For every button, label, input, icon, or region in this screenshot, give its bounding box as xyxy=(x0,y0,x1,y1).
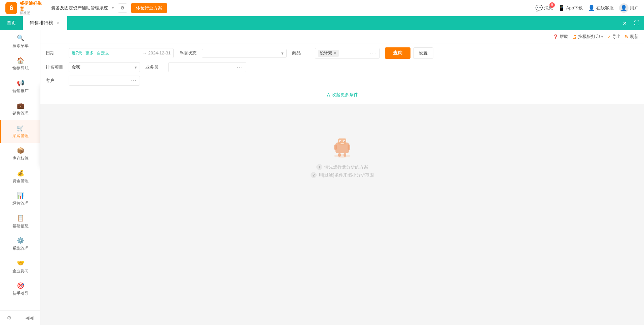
filter-area: 日期 近7天 更多 自定义 ～ 2024-12-31 单据状态 ▾ xyxy=(40,43,644,105)
export-label: 导出 xyxy=(612,34,621,40)
filter-row-1: 日期 近7天 更多 自定义 ～ 2024-12-31 单据状态 ▾ xyxy=(46,47,639,59)
logo-area: 6 畅捷通好生意 标准版 xyxy=(5,1,46,15)
refresh-btn[interactable]: ↻ 刷新 xyxy=(625,34,639,40)
export-icon: ↗ xyxy=(607,34,611,39)
salesperson-filter-label: 业务员 xyxy=(145,64,166,70)
svg-rect-8 xyxy=(334,145,337,150)
customer-filter-input[interactable]: ··· xyxy=(69,76,140,86)
collapse-label: 收起更多条件 xyxy=(332,92,358,98)
query-btn[interactable]: 查询 xyxy=(385,47,410,59)
help-btn[interactable]: ❓ 帮助 xyxy=(553,34,568,40)
salesperson-more-icon[interactable]: ··· xyxy=(237,64,243,70)
sidebar-item-system[interactable]: ⚙️ 系统管理 xyxy=(0,233,40,255)
status-filter-group: 单据状态 ▾ xyxy=(179,49,287,58)
customer-filter-group: 客户 ··· xyxy=(46,76,140,86)
sidebar-item-search[interactable]: 🔍 搜索菜单 xyxy=(0,30,40,53)
rank-arrow-icon: ▾ xyxy=(135,65,137,70)
content-area: ❓ 帮助 🖨 按模板打印 ▾ ↗ 导出 ↻ 刷新 日期 xyxy=(40,30,644,325)
rank-filter-label: 排名项目 xyxy=(46,64,66,70)
rank-filter-group: 排名项目 金额 ▾ xyxy=(46,62,140,72)
salesperson-filter-input[interactable]: ··· xyxy=(168,62,246,72)
tab-sales-ranking-label: 销售排行榜 xyxy=(30,20,53,26)
filter-row-3: 客户 ··· xyxy=(46,76,639,86)
message-btn[interactable]: 💬 9 消息 xyxy=(535,4,553,12)
customer-more-icon[interactable]: ··· xyxy=(131,78,137,84)
date-options: 近7天 更多 自定义 xyxy=(72,50,109,56)
sidebar-label-sales: 销售管理 xyxy=(12,111,29,116)
sidebar-item-basic[interactable]: 📋 基础信息 xyxy=(0,210,40,233)
goods-filter-input[interactable]: 设计素 ✕ ··· xyxy=(315,48,380,59)
sidebar-label-system: 系统管理 xyxy=(12,246,29,251)
status-filter-input[interactable]: ▾ xyxy=(202,49,287,58)
status-arrow-icon: ▾ xyxy=(281,51,284,56)
tab-bar: 首页 销售排行榜 ✕ ✕ ⛶ xyxy=(0,16,644,30)
svg-point-6 xyxy=(344,141,345,142)
header-nav: 装备及固定资产辅助管理系统 ▾ ⚙ 体验行业方案 xyxy=(46,3,535,13)
goods-filter-more-icon[interactable]: ··· xyxy=(370,50,377,56)
top-header: 6 畅捷通好生意 标准版 装备及固定资产辅助管理系统 ▾ ⚙ 体验行业方案 💬 … xyxy=(0,0,644,16)
content-toolbar: ❓ 帮助 🖨 按模板打印 ▾ ↗ 导出 ↻ 刷新 xyxy=(40,30,644,43)
online-service-btn[interactable]: 👤 在线客服 xyxy=(588,5,614,11)
status-filter-label: 单据状态 xyxy=(179,50,199,56)
refresh-label: 刷新 xyxy=(630,34,639,40)
rank-filter-input[interactable]: 金额 ▾ xyxy=(69,62,140,72)
empty-illustration xyxy=(329,132,356,159)
user-label: 用户 xyxy=(630,5,639,11)
print-btn[interactable]: 🖨 按模板打印 ▾ xyxy=(572,34,603,40)
tab-close-all-icon[interactable]: ✕ xyxy=(620,18,629,28)
goods-filter-label: 商品 xyxy=(292,50,312,56)
svg-rect-11 xyxy=(344,153,346,157)
date-filter-input[interactable]: 近7天 更多 自定义 ～ 2024-12-31 xyxy=(69,48,174,58)
settings-btn[interactable]: 设置 xyxy=(413,47,433,59)
svg-rect-7 xyxy=(341,143,344,144)
trial-btn[interactable]: 体验行业方案 xyxy=(131,3,167,13)
sidebar-label-guide: 新手引导 xyxy=(12,291,29,296)
sidebar-label-enterprise: 企业协同 xyxy=(12,268,29,274)
customer-filter-label: 客户 xyxy=(46,78,66,84)
tab-sales-ranking[interactable]: 销售排行榜 ✕ xyxy=(23,16,67,30)
date-arrow-icon: ～ 2024-12-31 xyxy=(143,50,171,56)
sidebar-settings-btn[interactable]: ⚙ xyxy=(4,313,14,322)
sidebar-item-guide[interactable]: 🎯 新手引导 xyxy=(0,278,40,300)
export-btn[interactable]: ↗ 导出 xyxy=(607,34,621,40)
message-badge: 9 xyxy=(549,2,555,8)
app-download-btn[interactable]: 📱 App下载 xyxy=(558,5,583,11)
goods-tag-close-icon[interactable]: ✕ xyxy=(333,51,337,55)
main-layout: 🔍 搜索菜单 🏠 快捷导航 📢 营销推广 💼 销售管理 🛒 采购管理 📦 库存核… xyxy=(0,30,644,325)
sidebar-label-inventory: 库存核算 xyxy=(12,156,29,161)
brand-main: 畅捷通好生意 xyxy=(20,1,46,11)
header-right: 💬 9 消息 📱 App下载 👤 在线客服 👤 用户 xyxy=(535,3,639,13)
action-buttons: 查询 设置 xyxy=(385,47,433,59)
user-btn[interactable]: 👤 用户 xyxy=(619,3,639,13)
collapse-icon: ⋀ xyxy=(327,92,330,97)
system-icon: ⚙️ xyxy=(17,237,24,244)
refresh-icon: ↻ xyxy=(625,34,629,39)
sidebar-collapse-btn[interactable]: ◀◀ xyxy=(23,313,36,322)
tab-bar-actions: ✕ ⛶ xyxy=(620,18,644,28)
sidebar-item-quick-nav[interactable]: 🏠 快捷导航 xyxy=(0,53,40,75)
tab-close-icon[interactable]: ✕ xyxy=(55,21,61,26)
settings-icon[interactable]: ⚙ xyxy=(118,3,127,13)
goods-filter-tag: 设计素 ✕ xyxy=(318,50,339,57)
system-title-arrow[interactable]: ▾ xyxy=(112,6,114,10)
sidebar-item-marketing[interactable]: 📢 营销推广 xyxy=(0,75,40,98)
operations-icon: 📊 xyxy=(17,192,24,199)
sidebar-item-inventory[interactable]: 📦 库存核算 xyxy=(0,143,40,165)
sidebar-label-operations: 经营管理 xyxy=(12,201,29,206)
sidebar-item-sales[interactable]: 💼 销售管理 xyxy=(0,98,40,120)
date-filter-label: 日期 xyxy=(46,50,66,56)
guide-icon: 🎯 xyxy=(17,282,24,289)
sidebar-item-enterprise[interactable]: 🤝 企业协同 xyxy=(0,255,40,278)
sidebar-item-operations[interactable]: 📊 经营管理 xyxy=(0,188,40,210)
tab-home[interactable]: 首页 xyxy=(0,16,23,30)
sidebar-item-finance[interactable]: 💰 资金管理 xyxy=(0,165,40,188)
system-title: 装备及固定资产辅助管理系统 xyxy=(51,5,108,11)
tab-expand-icon[interactable]: ⛶ xyxy=(632,18,641,28)
collapse-btn[interactable]: ⋀ 收起更多条件 xyxy=(46,89,639,100)
rank-value: 金额 xyxy=(72,64,80,70)
sidebar-label-search: 搜索菜单 xyxy=(12,43,29,49)
logo-text: 畅捷通好生意 标准版 xyxy=(20,1,46,15)
sidebar-label-purchase: 采购管理 xyxy=(12,133,29,139)
home-icon: 🏠 xyxy=(17,57,24,64)
sidebar-item-purchase[interactable]: 🛒 采购管理 xyxy=(0,120,40,143)
